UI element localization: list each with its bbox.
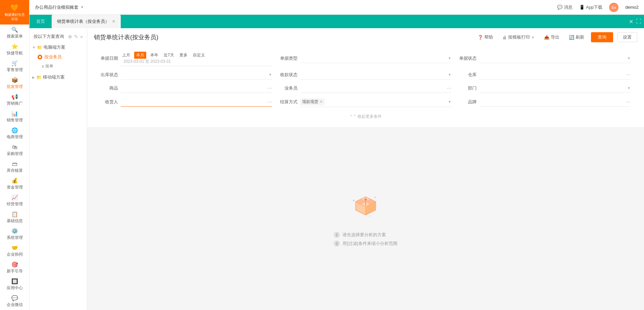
- logo-text: 畅捷通好生意: [5, 13, 25, 17]
- order-type-control[interactable]: ▼: [300, 54, 451, 63]
- svg-text:✦: ✦: [374, 196, 376, 199]
- collapse-label: 收起更多条件: [358, 114, 382, 119]
- sidebar-item-purchase[interactable]: 🛍 采购管理: [0, 142, 29, 159]
- svg-text:✦: ✦: [369, 215, 371, 217]
- brand-label: 品牌: [459, 99, 479, 105]
- template-print-btn[interactable]: 🖨 按模板打印 ▼: [500, 33, 537, 42]
- sidebar-item-quick-nav[interactable]: ⭐ 快捷导航: [0, 41, 29, 58]
- app-selector[interactable]: 办公用品行业模拟账套 ▼: [35, 4, 84, 10]
- sidebar-item-ecommerce[interactable]: 🌐 电商管理: [0, 125, 29, 142]
- folder-icon-mobile: 📁: [36, 75, 42, 80]
- user-avatar[interactable]: Ea: [609, 3, 619, 12]
- sidebar-item-enterprise[interactable]: 🤝 企业协同: [0, 243, 29, 259]
- scheme-by-order[interactable]: ≡ 按单: [30, 62, 87, 71]
- inventory-icon: 🗃: [12, 161, 17, 167]
- date-last-month-btn[interactable]: 上月: [121, 52, 131, 59]
- salesperson-control[interactable]: ···: [300, 84, 451, 93]
- filter-brand: 品牌 ···: [459, 97, 631, 107]
- date-this-year-btn[interactable]: 本年: [149, 52, 160, 59]
- receiver-control[interactable]: ···: [121, 97, 272, 107]
- collection-status-chevron-icon: ▼: [448, 73, 451, 76]
- sidebar-item-marketing[interactable]: 📢 营销推广: [0, 92, 29, 108]
- sidebar-item-sales-mgmt[interactable]: 📊 销售管理: [0, 108, 29, 125]
- out-status-chevron-icon: ▼: [269, 73, 272, 76]
- sidebar-item-wholesale[interactable]: 📦 批发管理: [0, 75, 29, 92]
- print-icon: 🖨: [502, 35, 507, 40]
- sidebar-item-basic-info-label: 基础信息: [7, 218, 23, 224]
- tab-close-window-btn[interactable]: ✕: [629, 18, 633, 25]
- app-download-btn[interactable]: 📱 App下载: [579, 4, 602, 10]
- edit-scheme-btn[interactable]: ✎: [74, 34, 78, 39]
- empty-illustration: ✦ ✦ ✦: [349, 192, 382, 225]
- scheme-group-desktop-label: 电脑端方案: [44, 44, 65, 50]
- tabbar: 首页 销货单统计表（按业务员） ✕ ✕ ⛶: [30, 15, 644, 28]
- settings-btn[interactable]: 设置: [617, 32, 637, 42]
- query-btn[interactable]: 查询: [591, 32, 613, 42]
- logo[interactable]: 🧡 畅捷通好生意 标版: [0, 0, 29, 24]
- settlement-tag-remove-btn[interactable]: ✕: [320, 100, 323, 104]
- collapse-panel-btn[interactable]: «: [80, 34, 83, 39]
- sidebar-item-newbie[interactable]: 🎯 新手引导: [0, 259, 29, 276]
- sidebar-item-retail[interactable]: 🛒 零售管理: [0, 58, 29, 75]
- page-title-row: 销货单统计表(按业务员) ❓ 帮助 🖨 按模板打印 ▼ 📤: [94, 32, 637, 42]
- collapse-btn-row: ⌃⌃ 收起更多条件: [101, 111, 631, 123]
- scheme-by-salesperson[interactable]: 按业务员: [30, 52, 87, 62]
- settlement-control[interactable]: 现款现货 ✕ ▼: [300, 97, 451, 107]
- username[interactable]: demo2: [625, 5, 639, 10]
- sidebar-item-basic-info[interactable]: 📋 基础信息: [0, 209, 29, 226]
- date-last7-btn[interactable]: 近7天: [162, 52, 175, 59]
- department-chevron-icon: ▼: [627, 86, 631, 90]
- message-btn[interactable]: 💬 消息: [557, 4, 573, 10]
- sidebar-item-search[interactable]: 🔍 搜索菜单: [0, 24, 29, 41]
- export-btn[interactable]: 📤 导出: [541, 33, 562, 42]
- sales-icon: 📊: [11, 110, 18, 117]
- sidebar-item-finance[interactable]: 💰 资金管理: [0, 175, 29, 192]
- download-icon: 📱: [579, 5, 585, 10]
- sidebar-item-operation[interactable]: 📈 经营管理: [0, 192, 29, 209]
- tab-sales-stats[interactable]: 销货单统计表（按业务员） ✕: [52, 15, 121, 28]
- sort-icon: ≡: [42, 64, 44, 69]
- order-type-chevron-icon: ▼: [448, 56, 451, 60]
- sidebar-item-sys-mgmt[interactable]: ⚙️ 系统管理: [0, 226, 29, 243]
- brand-control[interactable]: ···: [479, 97, 631, 107]
- help-btn[interactable]: ❓ 帮助: [475, 33, 496, 42]
- panel-actions: ⊕ ✎ «: [68, 34, 83, 39]
- receiver-dots-icon: ···: [267, 99, 272, 105]
- scheme-group-desktop-title[interactable]: ▼ 📁 电脑端方案: [30, 42, 87, 52]
- sidebar-item-app-center[interactable]: 🔲 应用中心: [0, 276, 29, 293]
- empty-tip-2: 2 用[过滤]条件来缩小分析范围: [334, 241, 397, 247]
- empty-tips: 1 请先选择要分析的方案 2 用[过滤]条件来缩小分析范围: [334, 232, 397, 247]
- app-download-label: App下载: [586, 4, 602, 10]
- scheme-group-mobile-title[interactable]: ▶ 📁 移动端方案: [30, 72, 87, 82]
- add-scheme-btn[interactable]: ⊕: [68, 34, 72, 39]
- refresh-label: 刷新: [576, 34, 584, 40]
- retail-icon: 🛒: [11, 60, 18, 66]
- goods-control[interactable]: ···: [121, 84, 272, 93]
- filter-settlement: 结算方式 现款现货 ✕ ▼: [280, 97, 451, 107]
- operation-icon: 📈: [11, 194, 18, 201]
- warehouse-control[interactable]: ···: [479, 70, 631, 80]
- message-label: 消息: [564, 4, 573, 10]
- order-status-control[interactable]: ▼: [479, 54, 631, 63]
- sidebar-item-wechat[interactable]: 💬 企业微信: [0, 293, 29, 310]
- tab-maximize-btn[interactable]: ⛶: [636, 18, 641, 24]
- department-control[interactable]: ▼: [479, 84, 631, 93]
- refresh-btn[interactable]: 🔄 刷新: [566, 33, 587, 42]
- tab-home[interactable]: 首页: [30, 15, 52, 28]
- sidebar-item-sys-mgmt-label: 系统管理: [7, 235, 23, 241]
- tab-sales-stats-label: 销货单统计表（按业务员）: [57, 18, 109, 24]
- wholesale-icon: 📦: [11, 77, 18, 83]
- empty-tip-1: 1 请先选择要分析的方案: [334, 232, 397, 238]
- sidebar-item-inventory[interactable]: 🗃 库存核算: [0, 159, 29, 175]
- collection-status-control[interactable]: ▼: [300, 70, 451, 80]
- date-this-month-btn[interactable]: 本月: [134, 52, 146, 59]
- collapse-filter-btn[interactable]: ⌃⌃ 收起更多条件: [344, 112, 387, 121]
- out-status-control[interactable]: ▼: [121, 70, 272, 80]
- date-more-btn[interactable]: 更多: [178, 52, 189, 59]
- date-custom-btn[interactable]: 自定义: [192, 52, 206, 59]
- tab-close-icon[interactable]: ✕: [112, 19, 115, 24]
- sidebar-item-search-label: 搜索菜单: [7, 34, 23, 39]
- date-control[interactable]: 上月 本月 本年 近7天 更多 自定义 2023-03-01 至 2023-03…: [121, 50, 272, 66]
- order-status-label: 单据状态: [459, 55, 479, 61]
- department-label: 部门: [459, 85, 479, 91]
